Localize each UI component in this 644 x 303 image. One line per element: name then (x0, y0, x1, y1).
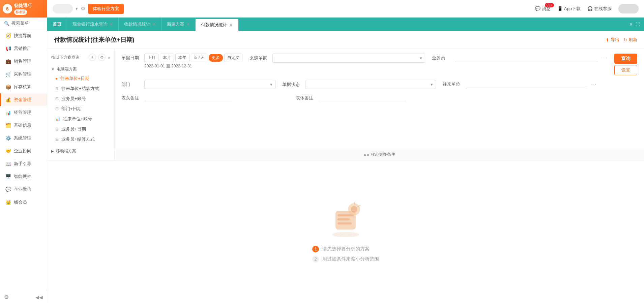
page-title: 付款情况统计(往来单位+日期) (54, 36, 135, 44)
body-note-input[interactable] (319, 94, 406, 102)
scheme-add-btn[interactable]: + (89, 54, 96, 61)
sidebar-icon-basic-info: 🗂️ (5, 122, 11, 128)
filter-counterpart-group: 往来单位 ··· (443, 80, 597, 88)
scheme-item-2[interactable]: ⊞ 业务员+账号 (47, 94, 114, 104)
salesman-more-btn[interactable]: ··· (601, 55, 608, 61)
date-btn-custom[interactable]: 自定义 (224, 54, 242, 62)
date-btn-this-month[interactable]: 本月 (160, 54, 174, 62)
salesman-input[interactable] (455, 54, 598, 62)
sidebar-icon-operations: 📊 (5, 110, 11, 116)
sidebar-search[interactable]: 🔍 搜索菜单 (0, 18, 47, 29)
sidebar-item-weixin[interactable]: 💬 企业微信 (0, 183, 47, 196)
scheme-item-1[interactable]: ⊞ 往来单位+结算方式 (47, 84, 114, 94)
online-service-item[interactable]: 🎧 在线客服 (587, 6, 612, 12)
scheme-item-5[interactable]: ⊞ 业务员+日期 (47, 124, 114, 134)
filter-row-3: 表头备注 表体备注 (121, 94, 637, 102)
sidebar-item-enterprise[interactable]: 🤝 企业协同 (0, 145, 47, 157)
messages-item[interactable]: 💬 消息 99+ (535, 6, 551, 12)
head-note-input[interactable] (144, 94, 232, 102)
scheme-group-desktop-title[interactable]: ▼ 电脑端方案 (47, 65, 114, 73)
sidebar-item-guide[interactable]: 📖 新手引导 (0, 157, 47, 170)
tab-close-bank-flow[interactable]: ✕ (110, 22, 113, 27)
source-select-arrow: ▾ (420, 56, 422, 61)
empty-steps: 1 请先选择要分析的方案 2 用过滤条件来缩小分析范围 (312, 246, 379, 266)
experience-btn[interactable]: 体验行业方案 (88, 4, 124, 14)
sidebar-item-finance[interactable]: 💰 资金管理 (0, 93, 47, 106)
docstatus-select[interactable]: ▾ (305, 80, 436, 89)
sidebar-item-inventory[interactable]: 📦 库存核算 (0, 81, 47, 93)
tab-payment-stats[interactable]: 付款情况统计 ✕ (196, 19, 238, 31)
date-range-options: 上月 本月 本年 近7天 更多 自定义 (144, 54, 242, 62)
scheme-item-icon-6: ⊞ (55, 137, 59, 142)
scheme-item-4[interactable]: 📊 往来单位+账号 (47, 114, 114, 124)
date-btn-7days[interactable]: 近7天 (191, 54, 207, 62)
svg-rect-4 (338, 222, 352, 224)
app-download-icon: 📱 (557, 6, 563, 11)
company-dropdown-icon[interactable]: ▾ (76, 6, 78, 11)
svg-point-0 (332, 232, 359, 237)
collapse-bar[interactable]: ∧∧ 收起更多条件 (115, 149, 644, 160)
date-btn-last-month[interactable]: 上月 (144, 54, 158, 62)
source-select[interactable]: ▾ (272, 54, 425, 63)
sidebar-item-member[interactable]: 👑 畅会员 (0, 196, 47, 209)
tab-close-receipt-stats[interactable]: ✕ (152, 22, 156, 27)
filter-settings-button[interactable]: 设置 (614, 65, 637, 75)
sidebar-icon-inventory: 📦 (5, 84, 11, 90)
date-range-display: 2022-01-01 至 2022-12-31 (144, 64, 192, 68)
scheme-item-3[interactable]: ⊞ 部门+日期 (47, 104, 114, 114)
tab-new-scheme[interactable]: 新建方案 ✕ (162, 18, 196, 31)
sidebar-item-purchase[interactable]: 🛒 采购管理 (0, 68, 47, 81)
query-button[interactable]: 查询 (614, 54, 637, 64)
scheme-item-6[interactable]: ⊞ 业务员+结算方式 (47, 134, 114, 144)
sidebar-icon-marketing: 📢 (5, 46, 11, 52)
sidebar-item-marketing[interactable]: 📢 营销推广 (0, 42, 47, 55)
sidebar-icon-quick-nav: 🧭 (5, 33, 11, 39)
filter-date-group: 单据日期 上月 本月 本年 近7天 更多 自定义 (121, 54, 243, 69)
scheme-settings-btn[interactable]: ⚙ (98, 54, 106, 61)
scheme-group-desktop: ▼ 电脑端方案 ● 往来单位+日期 ⊞ 往来单位+结算方式 (47, 64, 114, 146)
topbar-settings-icon[interactable]: ⚙ (81, 5, 85, 12)
scheme-panel: 按以下方案查询 + ⚙ « ▼ 电脑端方案 (47, 49, 115, 160)
date-btn-this-year[interactable]: 本年 (175, 54, 189, 62)
step-num-1: 1 (312, 246, 319, 252)
service-icon: 🎧 (587, 6, 593, 11)
sidebar-nav: 🧭 快捷导航 📢 营销推广 💼 销售管理 🛒 采购管理 📦 库存核算 💰 (0, 29, 47, 291)
sidebar-item-system[interactable]: ⚙️ 系统管理 (0, 132, 47, 145)
app-download-item[interactable]: 📱 App下载 (557, 6, 581, 12)
sidebar-footer: ⚙ ◀◀ (0, 291, 47, 303)
counterpart-more-btn[interactable]: ··· (590, 81, 597, 87)
scheme-group-mobile: ▶ 移动端方案 (47, 146, 114, 157)
scheme-item-0[interactable]: ● 往来单位+日期 (47, 73, 114, 84)
logo-icon: 6 (3, 4, 12, 13)
counterpart-input[interactable] (466, 80, 587, 88)
sidebar-icon-purchase: 🛒 (5, 71, 11, 77)
footer-settings-icon[interactable]: ⚙ (4, 294, 9, 300)
tab-close-new-scheme[interactable]: ✕ (186, 22, 190, 27)
tab-maximize-icon[interactable]: ⛶ (636, 22, 640, 27)
tab-receipt-stats[interactable]: 收款情况统计 ✕ (119, 18, 162, 31)
tab-close-all-icon[interactable]: ✕ (629, 22, 633, 27)
company-selector[interactable] (53, 4, 73, 13)
scheme-item-icon-2: ⊞ (55, 96, 59, 101)
sidebar-item-sales[interactable]: 💼 销售管理 (0, 55, 47, 68)
content-area: 付款情况统计(往来单位+日期) ⬆ 导出 ↻ 刷新 按 (47, 31, 644, 303)
tab-home[interactable]: 首页 (47, 18, 67, 31)
footer-collapse-icon[interactable]: ◀◀ (35, 295, 43, 300)
scheme-group-mobile-title[interactable]: ▶ 移动端方案 (47, 147, 114, 155)
sidebar-item-quick-nav[interactable]: 🧭 快捷导航 (0, 29, 47, 42)
tab-bank-flow[interactable]: 现金银行流水查询 ✕ (67, 18, 119, 31)
export-button[interactable]: ⬆ 导出 (606, 37, 619, 43)
tab-close-payment-stats[interactable]: ✕ (229, 23, 233, 27)
sidebar: 6 畅捷通巧 标准版 🔍 搜索菜单 🧭 快捷导航 📢 营销推广 💼 销售管理 (0, 0, 47, 303)
user-avatar[interactable] (618, 4, 639, 13)
messages-badge: 99+ (545, 3, 554, 7)
sidebar-item-operations[interactable]: 📊 经营管理 (0, 106, 47, 119)
sidebar-item-basic-info[interactable]: 🗂️ 基础信息 (0, 119, 47, 132)
dept-select[interactable]: ▾ (144, 80, 275, 89)
date-btn-more[interactable]: 更多 (209, 54, 223, 62)
filter-right: 单据日期 上月 本月 本年 近7天 更多 自定义 (115, 49, 644, 160)
scheme-collapse-btn[interactable]: « (108, 55, 110, 60)
sidebar-item-hardware[interactable]: 🖥️ 智能硬件 (0, 170, 47, 183)
sidebar-header: 6 畅捷通巧 标准版 (0, 0, 47, 18)
refresh-button[interactable]: ↻ 刷新 (623, 37, 637, 43)
